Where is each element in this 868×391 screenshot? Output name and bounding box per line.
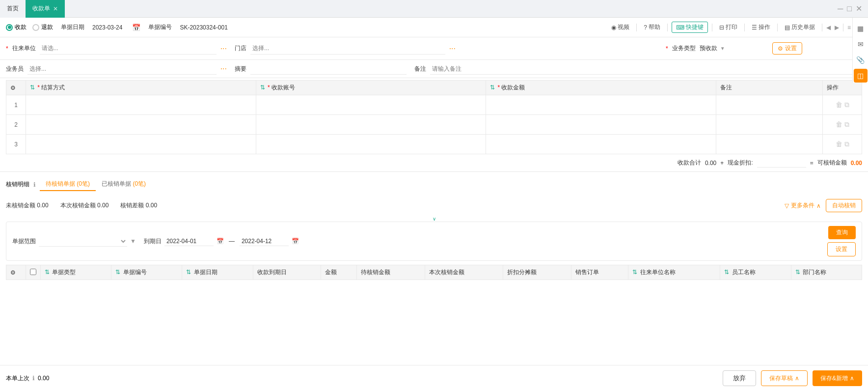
menu-icon[interactable]: ≡ bbox=[847, 24, 851, 31]
sidebar-attach-icon[interactable]: 📎 bbox=[854, 53, 868, 67]
discount-input[interactable] bbox=[757, 158, 806, 168]
sidebar-scan-icon[interactable]: ◫ bbox=[854, 69, 868, 83]
delete-row-2-icon[interactable]: 🗑 bbox=[836, 120, 842, 129]
video-btn[interactable]: ◉ 视频 bbox=[608, 22, 632, 32]
amount-cell-3[interactable] bbox=[486, 135, 716, 154]
store-field: 门店 ··· bbox=[235, 43, 456, 55]
store-more-btn[interactable]: ··· bbox=[449, 45, 456, 53]
pending-count: (0笔) bbox=[77, 180, 90, 187]
date-from-input[interactable] bbox=[164, 237, 214, 246]
auto-verify-button[interactable]: 自动核销 bbox=[826, 199, 862, 212]
action-cell-1: 🗑 ⧉ bbox=[823, 95, 862, 115]
payment-method-cell-1[interactable] bbox=[26, 95, 256, 115]
salesperson-input[interactable] bbox=[27, 63, 217, 75]
verify-stats: 未核销金额 0.00 本次核销金额 0.00 核销差额 0.00 ▽ 更多条件 … bbox=[6, 195, 862, 216]
right-sidebar: ▦ ✉ 📎 ◫ bbox=[852, 18, 868, 83]
table-gear-icon: ⚙ bbox=[10, 84, 16, 91]
radio-refund[interactable]: 退款 bbox=[32, 23, 53, 31]
sidebar-email-icon[interactable]: ✉ bbox=[854, 37, 868, 51]
counterpart-more-btn[interactable]: ··· bbox=[220, 45, 227, 53]
radio-receipt[interactable]: 收款 bbox=[6, 23, 27, 31]
amount-cell-2[interactable] bbox=[486, 115, 716, 135]
remark-cell-2[interactable] bbox=[716, 115, 822, 135]
remark-cell-1[interactable] bbox=[716, 95, 822, 115]
window-close-icon[interactable]: ✕ bbox=[856, 4, 862, 13]
save-new-chevron-icon: ∧ bbox=[850, 375, 854, 382]
sort-icon-amount: ⇅ bbox=[490, 84, 495, 91]
print-icon: ⊟ bbox=[719, 24, 724, 31]
save-new-button[interactable]: 保存&新增 ∧ bbox=[813, 370, 862, 386]
gear-col-header-2[interactable]: ⚙ bbox=[6, 265, 26, 280]
copy-row-2-icon[interactable]: ⧉ bbox=[844, 120, 849, 129]
checkbox-col-header[interactable] bbox=[26, 265, 41, 280]
expand-icon[interactable]: ∨ bbox=[6, 216, 862, 222]
sidebar-table-icon[interactable]: ▦ bbox=[854, 22, 868, 35]
gear-col-header[interactable]: ⚙ bbox=[6, 81, 26, 95]
verify-info-icon[interactable]: ℹ bbox=[33, 181, 36, 188]
delete-row-3-icon[interactable]: 🗑 bbox=[836, 140, 842, 148]
salesperson-more-btn[interactable]: ··· bbox=[220, 65, 227, 73]
filter-settings-button[interactable]: 设置 bbox=[827, 242, 856, 256]
date-from-calendar-icon[interactable]: 📅 bbox=[217, 238, 224, 245]
window-minimize-icon[interactable]: ─ bbox=[838, 4, 843, 13]
payment-method-cell-3[interactable] bbox=[26, 135, 256, 154]
tab-home-label: 首页 bbox=[7, 4, 19, 13]
counterpart-input[interactable] bbox=[40, 43, 217, 55]
verify-tab-done[interactable]: 已核销单据 (0笔) bbox=[96, 178, 152, 191]
copy-row-3-icon[interactable]: ⧉ bbox=[844, 140, 849, 148]
tab-home[interactable]: 首页 bbox=[0, 0, 26, 18]
account-no-cell-3[interactable] bbox=[256, 135, 486, 154]
business-type-select[interactable]: 预收款 ▼ bbox=[700, 44, 768, 53]
department-header: ⇅ 部门名称 bbox=[791, 265, 862, 280]
account-no-cell-1[interactable] bbox=[256, 95, 486, 115]
shortcut-icon: ⌨ bbox=[676, 24, 684, 31]
action-header: 操作 bbox=[823, 81, 862, 95]
payment-method-cell-2[interactable] bbox=[26, 115, 256, 135]
select-all-checkbox[interactable] bbox=[30, 269, 36, 275]
remark-cell-3[interactable] bbox=[716, 135, 822, 154]
bottom-info-icon[interactable]: ℹ bbox=[32, 375, 35, 382]
nav-prev-icon[interactable]: ◀ bbox=[826, 24, 831, 31]
sort-icon-doc-type: ⇅ bbox=[45, 269, 50, 276]
form-section-1: * 往来单位 ··· 门店 ··· * 业务类型 预收款 ▼ ⚙ 设置 bbox=[0, 37, 868, 60]
delete-row-1-icon[interactable]: 🗑 bbox=[836, 101, 842, 109]
amount-cell-1[interactable] bbox=[486, 95, 716, 115]
divider-7 bbox=[843, 24, 843, 31]
doc-no-value: SK-20230324-001 bbox=[180, 24, 227, 31]
operation-icon: ☰ bbox=[752, 24, 757, 31]
verify-tab-pending[interactable]: 待核销单据 (0笔) bbox=[40, 178, 96, 191]
abandon-button[interactable]: 放弃 bbox=[723, 370, 756, 386]
operation-btn[interactable]: ☰ 操作 bbox=[749, 22, 773, 32]
action-cell-3: 🗑 ⧉ bbox=[823, 135, 862, 154]
divider-2 bbox=[667, 24, 668, 31]
remark-input[interactable] bbox=[430, 63, 862, 75]
date-to-input[interactable] bbox=[240, 237, 289, 246]
tab-close-icon[interactable]: ✕ bbox=[53, 5, 58, 12]
settings-button[interactable]: ⚙ 设置 bbox=[772, 42, 802, 55]
query-button[interactable]: 查询 bbox=[828, 226, 856, 239]
tab-receipt[interactable]: 收款单 ✕ bbox=[26, 0, 65, 18]
main-content: 收款 退款 单据日期 2023-03-24 📅 单据编号 SK-20230324… bbox=[0, 18, 868, 369]
history-btn[interactable]: ▤ 历史单据 bbox=[782, 22, 818, 32]
date-to-calendar-icon[interactable]: 📅 bbox=[292, 238, 299, 245]
summary-input[interactable] bbox=[250, 63, 407, 75]
window-maximize-icon[interactable]: □ bbox=[847, 4, 852, 13]
range-select[interactable] bbox=[39, 236, 127, 247]
date-calendar-icon[interactable]: 📅 bbox=[132, 24, 140, 31]
shortcut-btn[interactable]: ⌨ 快捷键 bbox=[672, 22, 708, 33]
account-no-cell-2[interactable] bbox=[256, 115, 486, 135]
remark-field: 备注 bbox=[414, 63, 862, 75]
verify-tabs: 待核销单据 (0笔) 已核销单据 (0笔) bbox=[40, 178, 152, 191]
copy-row-1-icon[interactable]: ⧉ bbox=[844, 101, 849, 109]
sort-icon-payment: ⇅ bbox=[30, 84, 35, 91]
print-btn[interactable]: ⊟ 打印 bbox=[716, 22, 740, 32]
more-conditions-btn[interactable]: ▽ 更多条件 ∧ bbox=[785, 201, 821, 210]
save-draft-button[interactable]: 保存草稿 ∧ bbox=[761, 370, 808, 386]
sort-icon-employee: ⇅ bbox=[724, 269, 729, 276]
counterpart-field: * 往来单位 ··· bbox=[6, 43, 227, 55]
help-btn[interactable]: ? 帮助 bbox=[641, 22, 663, 32]
nav-next-icon[interactable]: ▶ bbox=[835, 24, 839, 31]
sort-icon-department: ⇅ bbox=[795, 269, 800, 276]
toolbar-right: ◉ 视频 ? 帮助 ⌨ 快捷键 ⊟ 打印 ☰ 操作 bbox=[608, 22, 862, 33]
store-input[interactable] bbox=[250, 43, 445, 55]
